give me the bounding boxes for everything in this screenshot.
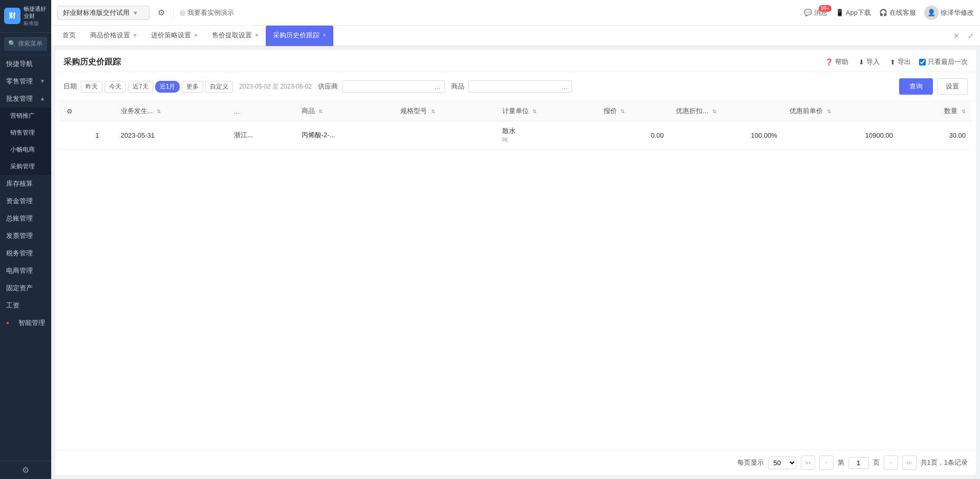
pagination: 每页显示 10 20 50 100 ⏮ ‹ 第 页 › ⏭ 共1页，1条记录 — [55, 450, 976, 475]
tab-price[interactable]: 商品价格设置 × — [83, 26, 144, 46]
tab-price-extract-close-icon[interactable]: × — [255, 32, 259, 39]
help-button[interactable]: ❓ 帮助 — [823, 56, 850, 68]
demo-button[interactable]: ◎ 我要看实例演示 — [180, 8, 234, 17]
ecommerce-small-label: 小畅电商 — [10, 145, 35, 154]
tab-purchase-history-label: 采购历史价跟踪 — [273, 31, 319, 40]
import-button[interactable]: ⬇ 导入 — [857, 56, 882, 68]
purchase-label: 采购管理 — [10, 162, 35, 171]
sidebar-item-quick-nav[interactable]: 快捷导航 — [0, 55, 51, 73]
app-logo-sub: 标准版 — [24, 20, 47, 27]
supplier-input-wrap: ... — [342, 80, 445, 93]
date-custom-button[interactable]: 自定义 — [205, 81, 233, 93]
th-spec[interactable]: 规格型号 ⇅ — [394, 101, 496, 121]
th-date[interactable]: 业务发生... ⇅ — [115, 101, 228, 121]
export-button[interactable]: ⬆ 导出 — [888, 56, 913, 68]
pagination-prev-button[interactable]: ‹ — [819, 455, 834, 470]
tax-label: 税务管理 — [6, 249, 33, 258]
sidebar-item-inventory[interactable]: 库存核算 — [0, 175, 51, 192]
th-price[interactable]: 报价 ⇅ — [598, 101, 670, 121]
sidebar-item-sales[interactable]: 销售管理 — [0, 124, 51, 141]
sidebar-settings-icon[interactable]: ⚙ — [22, 465, 29, 475]
search-menu-button[interactable]: 🔍 搜索菜单 — [4, 37, 47, 51]
date-yesterday-button[interactable]: 昨天 — [81, 81, 102, 93]
supplier-filter-label: 供应商 — [318, 82, 338, 91]
per-page-select[interactable]: 10 20 50 100 — [768, 456, 797, 469]
product-dots-icon[interactable]: ... — [561, 82, 567, 91]
online-service-label: 在线客服 — [889, 8, 916, 17]
wholesale-arrow-icon: ▲ — [40, 96, 45, 101]
supplier-dots-icon[interactable]: ... — [435, 82, 441, 91]
only-last-checkbox[interactable] — [919, 59, 926, 66]
online-service-button[interactable]: 🎧 在线客服 — [879, 8, 916, 17]
app-download-button[interactable]: 📱 App下载 — [836, 8, 871, 17]
headset-icon: 🎧 — [879, 9, 887, 16]
filter-settings-button[interactable]: 设置 — [937, 78, 968, 95]
tab-purchase-history-close-icon[interactable]: × — [323, 32, 326, 39]
th-discount[interactable]: 优惠折扣... ⇅ — [670, 101, 783, 121]
topbar-settings-icon[interactable]: ⚙ — [156, 6, 167, 19]
tab-purchase-history[interactable]: 采购历史价跟踪 × — [266, 26, 333, 46]
product-select[interactable]: 好业财标准版交付试用 ▼ — [57, 6, 150, 20]
date-1month-button[interactable]: 近1月 — [155, 81, 180, 93]
sidebar-item-assets[interactable]: 固定资产 — [0, 279, 51, 297]
messages-button[interactable]: 💬 消息 99+ — [804, 8, 827, 17]
product-select-label: 好业财标准版交付试用 — [63, 8, 130, 17]
finance-label: 资金管理 — [6, 197, 33, 206]
app-download-label: App下载 — [846, 8, 871, 17]
pagination-first-button[interactable]: ⏮ — [801, 455, 815, 470]
query-button[interactable]: 查询 — [899, 78, 933, 95]
filter-actions: 查询 设置 — [899, 78, 968, 95]
date-today-button[interactable]: 今天 — [104, 81, 126, 93]
per-page-label: 每页显示 — [737, 458, 764, 467]
tab-price-extract-label: 售价提取设置 — [212, 31, 252, 40]
supplier-input[interactable] — [347, 83, 433, 91]
sidebar-item-retail[interactable]: 零售管理 ▼ — [0, 73, 51, 90]
sidebar-item-finance[interactable]: 资金管理 — [0, 192, 51, 210]
pagination-next-button[interactable]: › — [884, 455, 898, 470]
th-gear[interactable]: ⚙ — [59, 101, 80, 121]
only-last-checkbox-label[interactable]: 只看最后一次 — [919, 57, 968, 67]
sidebar-item-invoice[interactable]: 发票管理 — [0, 227, 51, 245]
th-pre-discount-price[interactable]: 优惠前单价 ⇅ — [783, 101, 899, 121]
date-range-display: 2023-05-02 至 2023-06-02 — [239, 82, 311, 91]
supplier-filter-group: 供应商 ... — [318, 80, 445, 93]
sidebar-item-ecommerce-small[interactable]: 小畅电商 — [0, 141, 51, 158]
sidebar-item-ledger[interactable]: 总账管理 — [0, 210, 51, 227]
tab-home[interactable]: 首页 — [55, 26, 83, 46]
th-unit[interactable]: 计量单位 ⇅ — [496, 101, 598, 121]
demo-label: 我要看实例演示 — [187, 8, 234, 17]
th-quantity[interactable]: 数量 ⇅ — [899, 101, 972, 121]
pagination-page-input[interactable] — [848, 457, 869, 469]
td-unit: 散水吨 — [496, 121, 598, 149]
tab-home-label: 首页 — [62, 31, 76, 40]
tab-price-close-icon[interactable]: × — [133, 32, 137, 39]
ledger-label: 总账管理 — [6, 214, 33, 223]
tab-purchase-strategy-close-icon[interactable]: × — [194, 32, 198, 39]
sidebar-item-wholesale[interactable]: 批发管理 ▲ — [0, 90, 51, 107]
product-input[interactable] — [473, 83, 559, 91]
export-label: 导出 — [898, 57, 911, 67]
help-label: 帮助 — [835, 57, 848, 67]
date-more-button[interactable]: 更多 — [182, 81, 203, 93]
th-dots[interactable]: ... — [228, 101, 295, 121]
sidebar-item-tax[interactable]: 税务管理 — [0, 245, 51, 262]
sidebar-item-purchase[interactable]: 采购管理 — [0, 158, 51, 175]
sidebar-item-salary[interactable]: 工资 — [0, 297, 51, 314]
pagination-last-button[interactable]: ⏭ — [902, 455, 917, 470]
th-product[interactable]: 商品 ⇅ — [295, 101, 395, 121]
sidebar-item-marketing[interactable]: 营销推广 — [0, 107, 51, 124]
sidebar-search-section: 🔍 搜索菜单 — [0, 33, 51, 55]
tabbar-expand-icon[interactable]: ⤢ — [966, 31, 976, 41]
tab-price-extract[interactable]: 售价提取设置 × — [205, 26, 266, 46]
inventory-label: 库存核算 — [6, 179, 33, 188]
date-filter-group: 日期 昨天 今天 近7天 近1月 更多 自定义 2023-05-02 至 202… — [63, 81, 312, 93]
user-menu-button[interactable]: 👤 徐泽华修改 — [924, 6, 974, 20]
td-price: 0.00 — [598, 121, 670, 149]
sidebar-item-smart[interactable]: ● 智能管理 — [0, 314, 51, 332]
product-input-wrap: ... — [468, 80, 572, 93]
date-filter-label: 日期 — [63, 82, 77, 91]
date-7days-button[interactable]: 近7天 — [128, 81, 153, 93]
sidebar-item-ecommerce[interactable]: 电商管理 — [0, 262, 51, 279]
tab-purchase-strategy[interactable]: 进价策略设置 × — [144, 26, 205, 46]
tabbar-close-button[interactable]: ✕ — [951, 31, 962, 41]
